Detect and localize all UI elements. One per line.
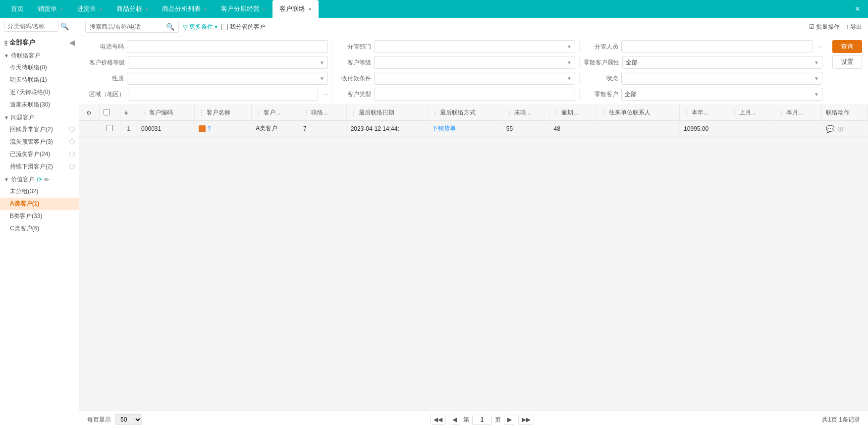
sidebar-item-overdue[interactable]: 逾期未联络(30) (0, 99, 79, 111)
last-page-button[interactable]: ▶▶ (518, 415, 534, 425)
sidebar-group-value[interactable]: ▼ 价值客户 ⟳ ✏ (0, 173, 79, 185)
sidebar-search-icon[interactable]: 🔍 (60, 22, 69, 30)
chevron-icon-2: ▼ (320, 60, 325, 65)
customer-grade-select[interactable]: ▼ (374, 56, 575, 69)
th-num: # (120, 105, 137, 121)
retail-select[interactable]: 全部 ▼ (621, 88, 822, 101)
nav-item-purchase[interactable]: 进货单 × (70, 0, 109, 18)
th-this-year[interactable]: 本年... (680, 105, 727, 121)
dept-select[interactable]: ▼ (374, 40, 575, 53)
th-not-contacted[interactable]: 未联... (502, 105, 549, 121)
sidebar-all-customers[interactable]: ⣿ 全部客户 ◀ (0, 35, 79, 49)
prev-page-button[interactable]: ◀ (449, 415, 460, 425)
nav-item-customer-segment[interactable]: 客户分层经营 × (214, 0, 272, 18)
refresh-icon[interactable]: ⟳ (37, 176, 42, 183)
settings-button[interactable]: 设置 (832, 55, 862, 69)
export-button[interactable]: ↑ 导出 (846, 23, 862, 31)
batch-button[interactable]: ☑ 批量操作 (809, 23, 840, 31)
sidebar-item-declining[interactable]: 持续下滑客户(2) ⓘ (0, 160, 79, 173)
retail-attr-select[interactable]: 全部 ▼ (622, 56, 822, 69)
nav-item-customer-contact[interactable]: 客户联络 × (272, 0, 318, 18)
edit-icon[interactable]: ✏ (44, 176, 50, 183)
content-area: 🔍 ▽ 更多条件 ▾ 我分管的客户 ☑ 批量操作 ↑ 导出 (79, 18, 868, 428)
manager-label: 分管人员 (584, 43, 618, 51)
filter-cell-payment: 收付款条件 ▼ (332, 72, 580, 85)
chat-icon[interactable]: 💬 (826, 125, 834, 133)
close-contact-icon[interactable]: × (308, 6, 311, 12)
grid-action-icon[interactable]: ⊞ (837, 125, 843, 133)
manager-more-btn[interactable]: ··· (815, 43, 822, 50)
th-code[interactable]: 客户编码 (137, 105, 195, 121)
th-gear[interactable]: ⚙ (79, 105, 99, 121)
close-sales-icon[interactable]: × (60, 6, 63, 12)
page-size-select[interactable]: 50 20 100 200 (115, 414, 142, 425)
nav-item-home[interactable]: 首页 (4, 0, 31, 18)
th-last-contact-date[interactable]: 最后联络日期 (346, 105, 428, 121)
page-input[interactable] (472, 415, 492, 425)
region-more-btn[interactable]: ··· (321, 91, 328, 98)
close-segment-icon[interactable]: × (263, 6, 266, 12)
search-input[interactable] (90, 23, 164, 30)
next-page-button[interactable]: ▶ (504, 415, 515, 425)
price-grade-label: 客户价格等级 (89, 58, 125, 67)
my-customers-checkbox[interactable] (221, 24, 228, 30)
th-this-month[interactable]: 本月... (774, 105, 822, 121)
region-input[interactable] (128, 88, 318, 101)
search-icon-main[interactable]: 🔍 (166, 23, 174, 31)
close-analysis-icon[interactable]: × (145, 6, 148, 12)
filter-cell-retail: 零散客户 全部 ▼ (580, 88, 826, 101)
close-analysis-list-icon[interactable]: × (204, 6, 207, 12)
contact-method-link[interactable]: 下销货单 (432, 125, 456, 132)
th-overdue[interactable]: 逾期... (549, 105, 597, 121)
row-checkbox[interactable] (107, 125, 113, 131)
sidebar-item-today[interactable]: 今天待联络(0) (0, 61, 79, 74)
query-button[interactable]: 查询 (832, 40, 862, 53)
manager-input[interactable] (621, 40, 813, 53)
th-contact[interactable]: 联络... (299, 105, 346, 121)
nature-select[interactable]: ▼ (127, 72, 328, 85)
sidebar-item-churned[interactable]: 已流失客户(24) ⓘ (0, 148, 79, 160)
sidebar-item-ungrouped[interactable]: 未分组(32) (0, 185, 79, 198)
page-total-label: 页 (495, 416, 501, 424)
name-text[interactable]: ? (208, 125, 211, 132)
payment-label: 收付款条件 (336, 74, 371, 83)
filter-cell-status: 状态 ▼ (580, 72, 826, 85)
th-previous-contact[interactable]: 往来单位联系人 (597, 105, 680, 121)
th-category[interactable]: 客户... (252, 105, 299, 121)
close-all-tabs-button[interactable]: × (851, 4, 864, 14)
nav-item-analysis[interactable]: 商品分析 × (109, 0, 155, 18)
sidebar-item-c-class[interactable]: C类客户(6) (0, 222, 79, 235)
sidebar-item-7days[interactable]: 近7天待联络(0) (0, 86, 79, 99)
sidebar-item-churn-warning[interactable]: 流失预警客户(3) ⓘ (0, 136, 79, 148)
close-purchase-icon[interactable]: × (99, 6, 102, 12)
export-icon: ↑ (846, 23, 849, 30)
phone-input[interactable] (127, 40, 328, 53)
collapse-icon[interactable]: ◀ (69, 39, 75, 47)
sidebar-group-pending[interactable]: ▼ 待联络客户 (0, 49, 79, 61)
sidebar-group-problem[interactable]: ▼ 问题客户 (0, 111, 79, 123)
phone-label: 电话号码 (89, 43, 124, 51)
sidebar-search-input[interactable] (4, 21, 58, 32)
row-this-year: 10995.00 (680, 121, 727, 137)
th-last-contact-method[interactable]: 最后联络方式 (428, 105, 502, 121)
region-label: 区域（地区） (89, 90, 125, 99)
nav-item-sales[interactable]: 销货单 × (31, 0, 70, 18)
th-name[interactable]: 客户名称 (194, 105, 252, 121)
sidebar-item-repurchase-abnormal[interactable]: 回购异常客户(2) ⓘ (0, 123, 79, 136)
sidebar-item-b-class[interactable]: B类客户(33) (0, 210, 79, 222)
price-grade-select[interactable]: ▼ (128, 56, 328, 69)
status-select[interactable]: ▼ (621, 72, 822, 85)
select-all-checkbox[interactable] (104, 109, 110, 115)
customer-type-input[interactable] (374, 88, 575, 101)
th-last-month[interactable]: 上月... (727, 105, 774, 121)
footer: 每页显示 50 20 100 200 ◀◀ ◀ 第 页 ▶ ▶▶ 共1页 1条记… (79, 411, 868, 428)
my-customers-check[interactable]: 我分管的客户 (221, 23, 266, 31)
sidebar-item-tomorrow[interactable]: 明天待联络(1) (0, 74, 79, 86)
payment-select[interactable]: ▼ (374, 72, 575, 85)
filter-button[interactable]: ▽ 更多条件 ▾ (183, 23, 217, 31)
row-actions: 💬 ⊞ (822, 121, 868, 137)
filter-cell-price-grade: 客户价格等级 ▼ (85, 56, 332, 69)
sidebar-item-a-class[interactable]: A类客户(1) (0, 198, 79, 210)
nav-item-analysis-list[interactable]: 商品分析列表 × (155, 0, 214, 18)
first-page-button[interactable]: ◀◀ (430, 415, 446, 425)
